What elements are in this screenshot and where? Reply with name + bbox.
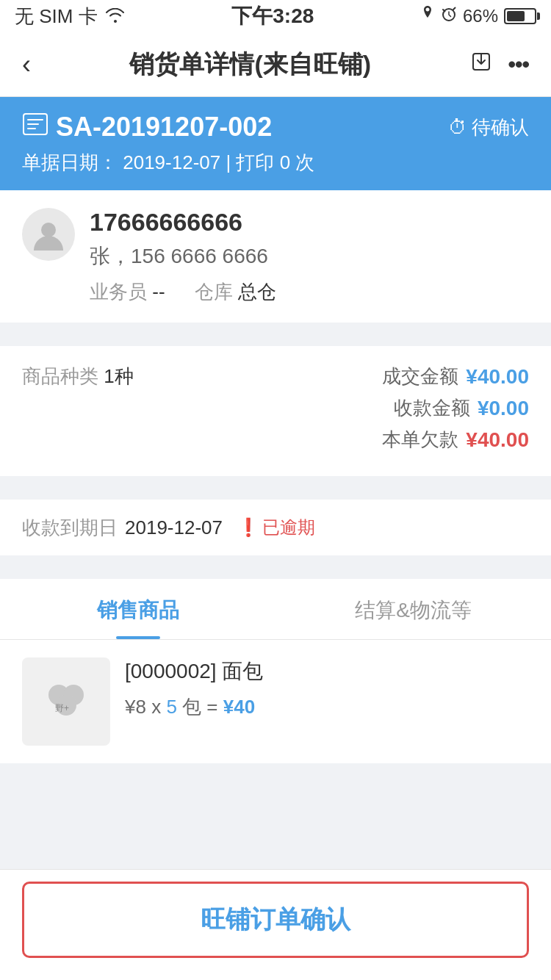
goods-type-value: 1种 [104, 365, 133, 387]
multiply-symbol: x [151, 696, 166, 718]
carrier-label: 无 SIM 卡 [15, 4, 98, 29]
tab-products[interactable]: 销售商品 [0, 579, 276, 639]
order-summary-section: 商品种类 1种 成交金额 ¥40.00 收款金额 ¥0.00 本单欠款 ¥40.… [0, 346, 551, 476]
overdue-badge: ❗ 已逾期 [230, 514, 323, 541]
status-bar: 无 SIM 卡 下午3:28 66% [0, 0, 551, 32]
order-id-icon [22, 112, 48, 143]
quantity: 5 [166, 696, 176, 718]
product-thumb-logo: 野+ [37, 679, 96, 725]
divider-1 [0, 334, 551, 346]
received-value: ¥0.00 [478, 397, 529, 420]
customer-name: 张，156 6666 6666 [90, 242, 529, 270]
confirm-button[interactable]: 旺铺订单确认 [22, 882, 529, 958]
unit: 包 [182, 696, 201, 718]
battery-fill [507, 11, 525, 21]
status-clock-icon: ⏱ [448, 116, 467, 139]
tab-products-label: 销售商品 [97, 599, 179, 621]
overdue-icon: ❗ [237, 517, 259, 538]
order-date-row: 单据日期： 2019-12-07 | 打印 0 次 [22, 150, 529, 176]
warehouse-value: 总仓 [238, 281, 276, 303]
more-icon[interactable]: ••• [508, 52, 529, 77]
order-date-label: 单据日期： [22, 151, 118, 173]
tabs-section: 销售商品 结算&物流等 野+ [0000002] [0, 579, 551, 763]
order-id-text: SA-20191207-002 [56, 112, 272, 143]
amount-row: 成交金额 ¥40.00 [382, 364, 529, 389]
battery-percentage: 66% [463, 6, 498, 26]
product-price-row: ¥8 x 5 包 = ¥40 [125, 694, 529, 720]
customer-meta: 业务员 -- 仓库 总仓 [90, 279, 529, 305]
product-item: 野+ [0000002] 面包 ¥8 x 5 包 = ¥40 [22, 657, 529, 746]
product-name: [0000002] 面包 [125, 657, 529, 685]
warehouse-row: 仓库 总仓 [195, 279, 276, 305]
product-thumbnail: 野+ [22, 657, 110, 746]
amount-value: ¥40.00 [466, 365, 529, 389]
customer-section: 17666666666 张，156 6666 6666 业务员 -- 仓库 总仓 [0, 190, 551, 323]
alarm-icon [441, 6, 457, 26]
customer-phone: 17666666666 [90, 208, 529, 237]
summary-row: 商品种类 1种 成交金额 ¥40.00 收款金额 ¥0.00 本单欠款 ¥40.… [22, 364, 529, 458]
customer-info: 17666666666 张，156 6666 6666 业务员 -- 仓库 总仓 [90, 208, 529, 305]
balance-value: ¥40.00 [466, 428, 529, 452]
customer-avatar [22, 208, 75, 261]
salesperson-row: 业务员 -- [90, 279, 165, 305]
divider-2 [0, 488, 551, 500]
svg-point-3 [41, 223, 56, 237]
order-status: ⏱ 待确认 [448, 115, 529, 140]
received-row: 收款金额 ¥0.00 [382, 395, 529, 421]
status-bar-time: 下午3:28 [231, 2, 314, 30]
goods-type-label: 商品种类 [22, 365, 98, 387]
tab-settlement-label: 结算&物流等 [355, 599, 472, 621]
battery-icon [504, 8, 536, 24]
order-date-value: 2019-12-07 [123, 151, 220, 173]
status-bar-left: 无 SIM 卡 [15, 4, 126, 29]
due-date-label: 收款到期日 [22, 515, 118, 541]
unit-price: ¥8 [125, 696, 146, 718]
due-date-section: 收款到期日 2019-12-07 ❗ 已逾期 [0, 500, 551, 555]
order-id: SA-20191207-002 [22, 112, 272, 143]
product-list: 野+ [0000002] 面包 ¥8 x 5 包 = ¥40 [0, 640, 551, 763]
nav-actions: ••• [469, 50, 529, 79]
salesperson-label: 业务员 [90, 281, 147, 303]
overdue-text: 已逾期 [262, 516, 315, 539]
page-title: 销货单详情(来自旺铺) [129, 48, 371, 82]
status-text: 待确认 [472, 115, 529, 140]
order-print-text: | 打印 0 次 [226, 151, 314, 173]
goods-type-row: 商品种类 1种 [22, 364, 134, 389]
received-label: 收款金额 [394, 395, 470, 421]
product-name-text: 面包 [222, 660, 263, 682]
balance-row: 本单欠款 ¥40.00 [382, 427, 529, 453]
share-icon[interactable] [469, 50, 493, 79]
balance-label: 本单欠款 [382, 427, 458, 453]
salesperson-value: -- [152, 281, 165, 303]
equals-symbol: = [206, 696, 223, 718]
product-details: [0000002] 面包 ¥8 x 5 包 = ¥40 [125, 657, 529, 720]
amount-label: 成交金额 [382, 364, 458, 389]
order-banner: SA-20191207-002 ⏱ 待确认 单据日期： 2019-12-07 |… [0, 97, 551, 190]
tabs-header: 销售商品 结算&物流等 [0, 579, 551, 640]
status-bar-right: 66% [420, 6, 536, 26]
divider-3 [0, 567, 551, 579]
due-date-value: 2019-12-07 [125, 516, 223, 539]
location-icon [420, 6, 435, 26]
warehouse-label: 仓库 [195, 281, 233, 303]
wifi-icon [105, 5, 126, 28]
bottom-bar: 旺铺订单确认 [0, 869, 551, 980]
back-button[interactable]: ‹ [22, 49, 31, 80]
svg-text:野+: 野+ [55, 703, 69, 713]
order-banner-top: SA-20191207-002 ⏱ 待确认 [22, 112, 529, 143]
tab-settlement[interactable]: 结算&物流等 [276, 579, 551, 639]
product-total: ¥40 [223, 696, 255, 718]
nav-bar: ‹ 销货单详情(来自旺铺) ••• [0, 32, 551, 97]
amounts-column: 成交金额 ¥40.00 收款金额 ¥0.00 本单欠款 ¥40.00 [382, 364, 529, 458]
product-code: [0000002] [125, 660, 217, 682]
